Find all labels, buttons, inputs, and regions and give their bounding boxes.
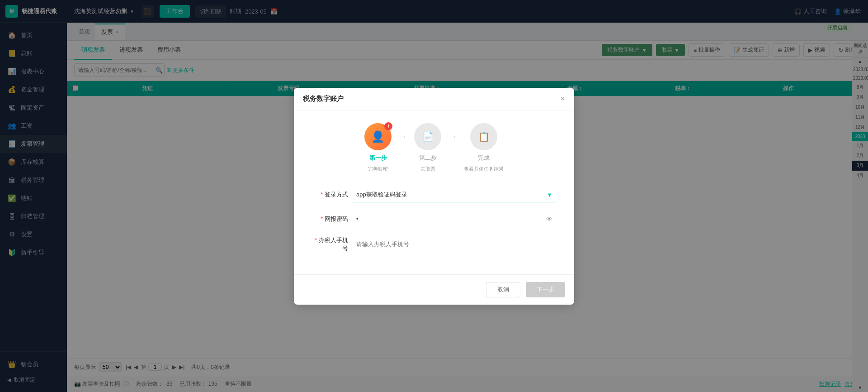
step-3-circle: 📋 [470,123,497,150]
steps-container: 👤 ! 第一步 完善账密 → 📄 第二步 去取票 → [312,123,556,172]
password-eye-icon[interactable]: 👁 [546,215,552,223]
form-row-phone: 办税人手机号 [312,236,556,253]
step-2-label: 第二步 [419,154,437,162]
cancel-button[interactable]: 取消 [486,282,520,297]
phone-label: 办税人手机号 [312,236,353,253]
login-method-select[interactable]: app获取验证码登录 账号密码登录 [353,187,556,202]
password-wrapper: 👁 [353,211,556,227]
step-2-circle: 📄 [414,123,441,150]
step-1: 👤 ! 第一步 完善账密 [364,123,392,172]
password-label: 网报密码 [312,215,353,223]
form-row-password: 网报密码 👁 [312,211,556,227]
form-row-login-method: 登录方式 app获取验证码登录 账号密码登录 ▼ [312,187,556,202]
step-1-circle: 👤 ! [364,123,392,150]
step-1-icon: 👤 [371,130,385,143]
step-1-label: 第一步 [369,154,387,162]
dialog-close-button[interactable]: × [560,94,565,104]
step-3-icon: 📋 [478,131,490,142]
step-2-desc: 去取票 [420,166,435,172]
dialog-footer: 取消 下一步 [294,274,574,305]
step-2-icon: 📄 [422,131,434,142]
step-3-desc: 查看具体任务结果 [464,166,504,172]
dialog-body: 👤 ! 第一步 完善账密 → 📄 第二步 去取票 → [294,110,574,274]
dialog-title: 税务数字账户 [303,95,344,103]
step-1-desc: 完善账密 [368,166,388,172]
phone-input[interactable] [353,237,556,252]
password-input[interactable] [353,211,556,227]
step-3: 📋 完成 查看具体任务结果 [464,123,504,172]
login-method-wrapper: app获取验证码登录 账号密码登录 ▼ [353,187,556,202]
step-arrow-1: → [392,131,414,142]
step-2: 📄 第二步 去取票 [414,123,441,172]
next-button[interactable]: 下一步 [526,282,565,297]
step-3-label: 完成 [478,154,490,162]
login-method-label: 登录方式 [312,191,353,199]
modal-overlay: 税务数字账户 × 👤 ! 第一步 完善账密 → [0,0,868,392]
dialog-header: 税务数字账户 × [294,88,574,110]
tax-digital-dialog: 税务数字账户 × 👤 ! 第一步 完善账密 → [294,88,574,305]
step-1-error-badge: ! [384,122,392,130]
step-arrow-2: → [441,131,464,142]
